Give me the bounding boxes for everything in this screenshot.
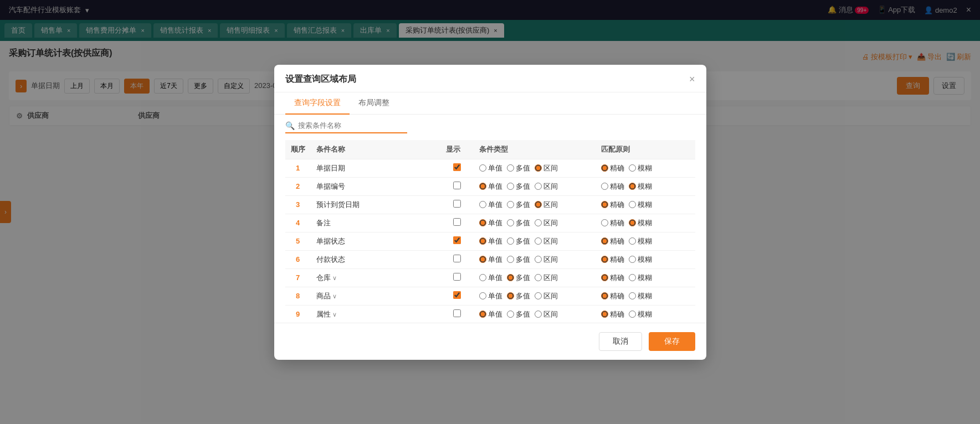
match-radio-item[interactable]: 模糊 — [629, 291, 652, 301]
type-radio-item[interactable]: 区间 — [535, 291, 558, 301]
type-radio-item[interactable]: 多值 — [507, 291, 530, 301]
type-radio[interactable] — [507, 164, 514, 172]
match-radio-item[interactable]: 精确 — [601, 200, 624, 210]
match-radio-item[interactable]: 精确 — [601, 236, 624, 246]
search-input[interactable] — [298, 121, 407, 130]
type-radio-item[interactable]: 区间 — [535, 255, 558, 265]
match-radio-item[interactable]: 精确 — [601, 182, 624, 192]
type-radio[interactable] — [535, 237, 542, 245]
type-radio[interactable] — [535, 311, 542, 318]
type-radio-item[interactable]: 单值 — [479, 163, 502, 173]
match-radio-item[interactable]: 模糊 — [629, 163, 652, 173]
type-radio-item[interactable]: 单值 — [479, 291, 502, 301]
dialog-close-button[interactable]: × — [689, 74, 695, 84]
match-radio[interactable] — [629, 164, 636, 172]
type-radio[interactable] — [507, 311, 514, 318]
show-checkbox[interactable] — [453, 218, 461, 226]
show-checkbox[interactable] — [453, 291, 461, 299]
match-radio[interactable] — [629, 237, 636, 245]
type-radio-item[interactable]: 多值 — [507, 200, 530, 210]
type-radio[interactable] — [535, 292, 542, 299]
dropdown-arrow-icon[interactable]: ∨ — [332, 275, 337, 281]
type-radio-item[interactable]: 单值 — [479, 273, 502, 283]
match-radio-item[interactable]: 模糊 — [629, 218, 652, 228]
match-radio-item[interactable]: 模糊 — [629, 200, 652, 210]
match-radio-item[interactable]: 模糊 — [629, 273, 652, 283]
show-checkbox[interactable] — [453, 255, 461, 262]
match-radio[interactable] — [601, 219, 608, 226]
cancel-button[interactable]: 取消 — [599, 332, 642, 351]
match-radio[interactable] — [629, 274, 636, 281]
type-radio-item[interactable]: 单值 — [479, 255, 502, 265]
type-radio-item[interactable]: 多值 — [507, 309, 530, 319]
match-radio-item[interactable]: 精确 — [601, 291, 624, 301]
match-radio-item[interactable]: 精确 — [601, 273, 624, 283]
type-radio[interactable] — [507, 292, 514, 299]
match-radio-item[interactable]: 精确 — [601, 163, 624, 173]
type-radio-item[interactable]: 多值 — [507, 255, 530, 265]
type-radio[interactable] — [507, 201, 514, 208]
match-radio[interactable] — [601, 164, 608, 172]
match-radio[interactable] — [601, 183, 608, 190]
type-radio[interactable] — [479, 311, 486, 318]
type-radio[interactable] — [479, 292, 486, 299]
show-checkbox[interactable] — [453, 200, 461, 208]
match-radio-item[interactable]: 模糊 — [629, 182, 652, 192]
type-radio-item[interactable]: 多值 — [507, 163, 530, 173]
type-radio[interactable] — [507, 237, 514, 245]
show-checkbox[interactable] — [453, 182, 461, 189]
type-radio-item[interactable]: 多值 — [507, 218, 530, 228]
type-radio[interactable] — [479, 201, 486, 208]
type-radio[interactable] — [479, 237, 486, 245]
type-radio[interactable] — [507, 274, 514, 281]
type-radio[interactable] — [479, 256, 486, 263]
type-radio-item[interactable]: 多值 — [507, 273, 530, 283]
type-radio[interactable] — [507, 219, 514, 226]
match-radio[interactable] — [629, 256, 636, 263]
dropdown-arrow-icon[interactable]: ∨ — [332, 311, 337, 318]
match-radio[interactable] — [601, 201, 608, 208]
type-radio-item[interactable]: 多值 — [507, 182, 530, 192]
match-radio[interactable] — [601, 256, 608, 263]
type-radio[interactable] — [535, 201, 542, 208]
type-radio[interactable] — [479, 164, 486, 172]
match-radio[interactable] — [629, 219, 636, 226]
show-checkbox[interactable] — [453, 163, 461, 171]
type-radio-item[interactable]: 区间 — [535, 163, 558, 173]
type-radio[interactable] — [507, 183, 514, 190]
match-radio-item[interactable]: 精确 — [601, 218, 624, 228]
match-radio[interactable] — [629, 292, 636, 299]
type-radio[interactable] — [535, 183, 542, 190]
match-radio[interactable] — [601, 292, 608, 299]
match-radio[interactable] — [629, 183, 636, 190]
tab-query-fields[interactable]: 查询字段设置 — [285, 92, 350, 115]
dropdown-arrow-icon[interactable]: ∨ — [332, 293, 337, 299]
tab-layout-adjust[interactable]: 布局调整 — [350, 92, 398, 115]
table-scroll[interactable]: 顺序 条件名称 显示 条件类型 匹配原则 1单据日期单值多值区间精确模糊2单据编… — [285, 140, 695, 323]
type-radio-item[interactable]: 区间 — [535, 309, 558, 319]
match-radio-item[interactable]: 精确 — [601, 309, 624, 319]
match-radio-item[interactable]: 精确 — [601, 255, 624, 265]
type-radio[interactable] — [535, 256, 542, 263]
type-radio-item[interactable]: 区间 — [535, 236, 558, 246]
show-checkbox[interactable] — [453, 309, 461, 317]
save-button[interactable]: 保存 — [649, 332, 695, 351]
type-radio[interactable] — [535, 219, 542, 226]
type-radio[interactable] — [535, 164, 542, 172]
type-radio-item[interactable]: 多值 — [507, 236, 530, 246]
type-radio-item[interactable]: 区间 — [535, 273, 558, 283]
type-radio[interactable] — [479, 274, 486, 281]
type-radio-item[interactable]: 单值 — [479, 200, 502, 210]
show-checkbox[interactable] — [453, 236, 461, 244]
match-radio[interactable] — [629, 311, 636, 318]
type-radio-item[interactable]: 单值 — [479, 182, 502, 192]
match-radio-item[interactable]: 模糊 — [629, 255, 652, 265]
type-radio-item[interactable]: 区间 — [535, 218, 558, 228]
type-radio-item[interactable]: 区间 — [535, 182, 558, 192]
show-checkbox[interactable] — [453, 273, 461, 281]
match-radio[interactable] — [601, 237, 608, 245]
type-radio-item[interactable]: 单值 — [479, 236, 502, 246]
match-radio-item[interactable]: 模糊 — [629, 309, 652, 319]
match-radio[interactable] — [601, 311, 608, 318]
type-radio[interactable] — [479, 183, 486, 190]
